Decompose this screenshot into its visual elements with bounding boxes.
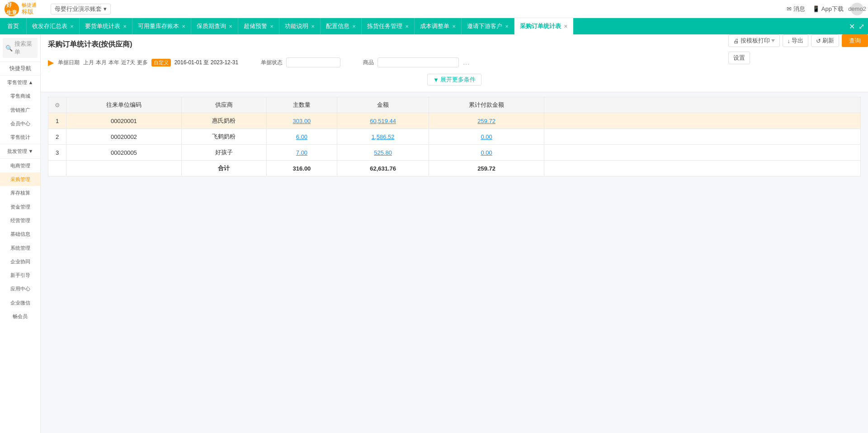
close-function-desc-icon[interactable]: ✕ — [311, 24, 315, 29]
table-footer-row: 合计 316.00 62,631.76 259.72 — [48, 161, 861, 176]
tab-usable-inventory[interactable]: 可用量库存账本 ✕ — [132, 18, 191, 34]
sidebar-item-wholesale-mgmt[interactable]: 批发管理 ▼ — [0, 144, 40, 158]
sidebar-item-new-guide[interactable]: 新手引导 — [0, 268, 40, 282]
sidebar-item-enterprise-wechat[interactable]: 企业微信 — [0, 296, 40, 309]
footer-paid: 259.72 — [429, 161, 544, 176]
sidebar: 🔍 搜索菜单 快捷导航 零售管理 ▲ 零售商城 营销推广 会员中心 零售统计 — [0, 34, 41, 433]
query-button[interactable]: 查询 — [842, 34, 868, 47]
goods-input[interactable] — [377, 57, 459, 67]
close-usable-inventory-icon[interactable]: ✕ — [182, 24, 185, 29]
sidebar-item-app-center[interactable]: 应用中心 — [0, 282, 40, 295]
close-purchase-summary-icon[interactable]: ✕ — [564, 24, 567, 29]
app-download-btn[interactable]: 📱 App下载 — [812, 5, 844, 13]
sidebar-item-purchase-mgmt[interactable]: 采购管理 — [0, 172, 40, 186]
export-label: 导出 — [792, 37, 803, 45]
goods-more-icon[interactable]: … — [462, 58, 470, 67]
table-row: 1 00020001 惠氏奶粉 303.00 60,519.44 259.72 — [48, 113, 861, 129]
row-supplier-3: 好孩子 — [181, 145, 266, 161]
query-label: 查询 — [849, 37, 861, 44]
sidebar-item-basic-info[interactable]: 基础信息 — [0, 227, 40, 241]
col-extra-header — [544, 97, 861, 113]
tab-expiry-query[interactable]: 保质期查询 ✕ — [191, 18, 238, 34]
sidebar-search[interactable]: 🔍 搜索菜单 — [0, 34, 40, 62]
sidebar-item-retail-stats[interactable]: 零售统计 — [0, 130, 40, 144]
sidebar-item-ecommerce[interactable]: 电商管理 — [0, 159, 40, 172]
data-table: ⚙ 往来单位编码 供应商 主数量 金额 累计付款金额 1 00020001 — [48, 97, 861, 176]
close-invite-downstream-icon[interactable]: ✕ — [505, 24, 509, 29]
workspace-selector[interactable]: 母婴行业演示账套 ▾ — [51, 4, 111, 14]
col-qty-header: 主数量 — [266, 97, 337, 113]
date-link-7days[interactable]: 近7天 — [121, 59, 135, 67]
search-icon: 🔍 — [5, 45, 13, 52]
tab-purchase-summary[interactable]: 采购订单统计表 ✕ — [514, 18, 573, 34]
tab-receive-summary[interactable]: 收发存汇总表 ✕ — [27, 18, 80, 34]
page-header: 采购订单统计表(按供应商) 🖨 按模板打印 ↓ 导出 ↺ 刷新 — [41, 34, 868, 92]
app-download-label: App下载 — [821, 5, 844, 13]
tab-home[interactable]: 首页 — [0, 18, 27, 34]
tab-order-summary[interactable]: 要货单统计表 ✕ — [80, 18, 132, 34]
sidebar-item-inventory-check[interactable]: 库存核算 — [0, 186, 40, 200]
close-cost-adjust-icon[interactable]: ✕ — [452, 24, 456, 29]
col-check-header: ⚙ — [48, 97, 66, 113]
logo-icon: 好生意 — [5, 2, 19, 16]
expand-window-icon[interactable]: ⤢ — [859, 22, 864, 31]
col-paid-header: 累计付款金额 — [429, 97, 544, 113]
top-right-row-2: 设置 — [728, 50, 750, 64]
col-code-header: 往来单位编码 — [66, 97, 182, 113]
date-link-this-month[interactable]: 本月 — [96, 59, 107, 67]
tab-function-desc[interactable]: 功能说明 ✕ — [279, 18, 321, 34]
sidebar-item-quicknav[interactable]: 快捷导航 — [0, 62, 40, 75]
tab-pickup-task[interactable]: 拣货任务管理 ✕ — [362, 18, 415, 34]
close-receive-summary-icon[interactable]: ✕ — [70, 24, 74, 29]
export-icon: ↓ — [788, 38, 791, 44]
date-link-this-year[interactable]: 本年 — [108, 59, 119, 67]
row-code-1: 00020001 — [66, 113, 182, 129]
settings-button[interactable]: 设置 — [728, 52, 750, 64]
table-header-row: ⚙ 往来单位编码 供应商 主数量 金额 累计付款金额 — [48, 97, 861, 113]
workspace-label: 母婴行业演示账套 — [55, 5, 102, 13]
sidebar-section-quicknav: 快捷导航 — [0, 62, 40, 76]
logo-text: 畅捷通标版 — [22, 2, 37, 15]
filter-status-row: 单据状态 — [261, 57, 340, 67]
date-link-last-month[interactable]: 上月 — [83, 59, 94, 67]
user-name: demo2 — [848, 5, 866, 12]
search-label: 搜索菜单 — [14, 40, 35, 56]
status-select[interactable] — [286, 57, 340, 67]
top-bar: 好生意 畅捷通标版 母婴行业演示账套 ▾ ✉ 消息 📱 App下载 demo2 — [0, 0, 868, 18]
avatar[interactable]: demo2 — [851, 3, 863, 15]
message-btn[interactable]: ✉ 消息 — [787, 5, 805, 13]
expand-more-label: 展开更多条件 — [440, 76, 476, 84]
row-amount-2: 1,586.52 — [337, 129, 429, 145]
close-order-summary-icon[interactable]: ✕ — [123, 24, 127, 29]
template-print-button[interactable]: 🖨 按模板打印 — [728, 34, 780, 47]
sidebar-item-retail-store[interactable]: 零售商城 — [0, 89, 40, 103]
gear-icon[interactable]: ⚙ — [55, 102, 60, 109]
export-button[interactable]: ↓ 导出 — [783, 34, 809, 47]
refresh-button[interactable]: ↺ 刷新 — [811, 34, 839, 47]
date-link-more[interactable]: 更多 — [137, 59, 148, 67]
expand-filter-icon[interactable]: ▶ — [48, 58, 53, 67]
sidebar-section-wholesale: 批发管理 ▼ — [0, 144, 40, 158]
sidebar-item-sys-mgmt[interactable]: 系统管理 — [0, 241, 40, 255]
close-config-info-icon[interactable]: ✕ — [352, 24, 356, 29]
tab-invite-downstream[interactable]: 邀请下游客户 ✕ — [462, 18, 514, 34]
expand-more-button[interactable]: ▼ 展开更多条件 — [427, 74, 481, 86]
sidebar-item-enterprise-collab[interactable]: 企业协同 — [0, 255, 40, 268]
sidebar-item-ops-mgmt[interactable]: 经营管理 — [0, 214, 40, 227]
close-overstock-warning-icon[interactable]: ✕ — [270, 24, 274, 29]
row-qty-2: 6.00 — [266, 129, 337, 145]
tab-config-info[interactable]: 配置信息 ✕ — [321, 18, 362, 34]
sidebar-item-member[interactable]: 畅会员 — [0, 309, 40, 323]
refresh-label: 刷新 — [822, 37, 834, 45]
custom-badge[interactable]: 自定义 — [151, 59, 171, 67]
sidebar-item-marketing[interactable]: 营销推广 — [0, 103, 40, 117]
sidebar-item-retail-mgmt[interactable]: 零售管理 ▲ — [0, 76, 40, 89]
tab-overstock-warning[interactable]: 超储预警 ✕ — [238, 18, 279, 34]
close-pickup-task-icon[interactable]: ✕ — [405, 24, 409, 29]
sidebar-item-member-center[interactable]: 会员中心 — [0, 117, 40, 130]
close-window-icon[interactable]: ✕ — [849, 22, 855, 31]
sidebar-item-fund-mgmt[interactable]: 资金管理 — [0, 200, 40, 214]
row-num-1: 1 — [48, 113, 66, 129]
close-expiry-query-icon[interactable]: ✕ — [229, 24, 232, 29]
tab-cost-adjust[interactable]: 成本调整单 ✕ — [415, 18, 462, 34]
